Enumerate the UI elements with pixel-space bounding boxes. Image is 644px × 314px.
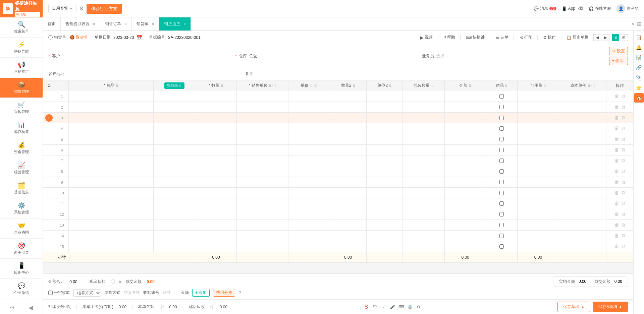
split-help-icon[interactable]: ? [238, 290, 241, 295]
pkg-sort-icon[interactable]: ⇅ [431, 84, 434, 87]
radio-sales-delivery[interactable]: 销货单 [48, 35, 66, 40]
toolbar-help-btn[interactable]: ? 帮助 [441, 34, 457, 41]
cash-discount-info-icon[interactable]: ⓘ [111, 279, 115, 285]
sidebar-item-marketing[interactable]: 📢 营销推广 [0, 58, 43, 78]
ime-icon6[interactable]: ⚙ [415, 303, 422, 311]
unit2-sort-icon[interactable]: ⇅ [389, 84, 391, 87]
row-13-copy-icon[interactable]: ⧉ [622, 222, 625, 228]
save-draft-button[interactable]: 保存草稿 ▲ [557, 302, 590, 312]
ime-icon4[interactable]: ⌨ [397, 303, 405, 311]
salesperson-placeholder[interactable]: 选择... [436, 53, 447, 59]
customer-address-dots[interactable]: ... [66, 72, 70, 76]
tab-sales-order-close-icon[interactable]: × [124, 22, 127, 26]
row-2-copy-icon[interactable]: ⧉ [622, 104, 625, 110]
table-gear-icon[interactable]: ⚙ [47, 83, 51, 88]
sidebar-item-guide[interactable]: 🎯 新手引导 [0, 239, 43, 259]
app-download-button[interactable]: 📱 App下载 [562, 6, 583, 11]
message-button[interactable]: 💬 消息 70 [534, 6, 556, 11]
row-10-delete-icon[interactable]: 🗑 [614, 190, 619, 196]
add-row-button[interactable]: + [45, 114, 53, 122]
row-1-cost[interactable] [559, 91, 606, 102]
settings-button[interactable]: ⚙ 设置 [609, 47, 628, 55]
prev-record-icon[interactable]: ◀ [593, 34, 601, 41]
online-service-button[interactable]: 🎧 在线客服 [589, 6, 611, 11]
tab-close-all-icon[interactable]: × [631, 21, 634, 27]
sidebar-item-enterprise[interactable]: 🤝 企业协同 [0, 218, 43, 239]
row-9-copy-icon[interactable]: ⧉ [622, 179, 625, 185]
row-7-copy-icon[interactable]: ⧉ [622, 158, 625, 164]
right-panel-icon-3[interactable]: 📝 [634, 53, 644, 62]
table-view-btn[interactable]: ≡ [612, 34, 619, 41]
sidebar-item-sales[interactable]: 📦 销售管理 [0, 78, 43, 98]
row-4-delete-icon[interactable]: 🗑 [614, 126, 619, 131]
row-15-copy-icon[interactable]: ⧉ [622, 244, 625, 249]
sidebar-item-inventory[interactable]: 📊 库存核算 [0, 118, 43, 138]
row-8-copy-icon[interactable]: ⧉ [622, 169, 625, 174]
salesperson-dots[interactable]: ... [449, 54, 453, 58]
available-sort-icon[interactable]: ⇅ [543, 84, 546, 87]
row-6-delete-icon[interactable]: 🗑 [614, 147, 619, 153]
tab-home[interactable]: 首页 [43, 17, 61, 30]
toolbar-history-btn[interactable]: 📋 历史单据 [565, 34, 591, 41]
row-6-copy-icon[interactable]: ⧉ [622, 147, 625, 153]
row-8-delete-icon[interactable]: 🗑 [614, 169, 619, 174]
radio-sales-return[interactable]: 退货单 [70, 35, 88, 40]
row-3-delete-icon[interactable]: 🗑 [614, 115, 619, 121]
row-13-delete-icon[interactable]: 🗑 [614, 222, 619, 228]
sidebar-collapse-icon[interactable]: ◀ [29, 304, 33, 311]
row-1-qty2[interactable] [330, 91, 366, 102]
qty-sort-icon[interactable]: ⇅ [221, 84, 223, 87]
row-1-gift[interactable] [486, 91, 517, 102]
row-1-expand[interactable] [43, 91, 55, 102]
unit-info-icon[interactable]: ⓘ [272, 83, 276, 87]
sidebar-item-shortcut[interactable]: ⚡ 快捷导航 [0, 38, 43, 58]
row-14-delete-icon[interactable]: 🗑 [614, 233, 619, 239]
save-new-button[interactable]: 保存&新增 ▲ [593, 302, 628, 312]
row-3-product-input[interactable] [71, 116, 151, 120]
row-1-delete-icon[interactable]: 🗑 [614, 93, 619, 99]
cost-info-icon[interactable]: ⓘ [591, 83, 595, 87]
scan-input-button[interactable]: 扫码录入 [164, 82, 184, 89]
account-dots2[interactable]: ... [174, 291, 177, 295]
add-payment-button[interactable]: + 添加 [192, 289, 210, 297]
product-sort-icon[interactable]: ⇅ [116, 84, 118, 87]
row-11-delete-icon[interactable]: 🗑 [614, 201, 619, 206]
row-1-unit2[interactable] [366, 91, 403, 102]
sidebar-item-wechat[interactable]: 💬 企业微信 [0, 279, 43, 299]
ime-icon1[interactable]: 中 [371, 303, 379, 311]
next-record-icon[interactable]: ▶ [602, 34, 609, 41]
sidebar-item-purchase[interactable]: 🛒 采购管理 [0, 98, 43, 118]
tab-sales-delivery-close-icon[interactable]: × [152, 22, 154, 26]
row-9-delete-icon[interactable]: 🗑 [614, 179, 619, 185]
toolbar-video-btn[interactable]: ▶ 视频 [418, 34, 435, 41]
row-3-copy-icon[interactable]: ⧉ [622, 115, 625, 121]
toolbar-select-btn[interactable]: ☰ 选单 [494, 34, 511, 41]
right-panel-icon-5[interactable]: 📎 [634, 73, 644, 82]
user-profile-button[interactable]: 👤 徐泽华 [616, 4, 639, 13]
calendar-icon[interactable]: 📅 [137, 35, 142, 40]
th-settings[interactable]: ⚙ [43, 80, 55, 91]
tab-expand-icon[interactable]: ⊞ [637, 21, 641, 27]
try-industry-button[interactable]: 体验行业方案 [87, 4, 122, 14]
sidebar-item-operation[interactable]: 📈 经营管理 [0, 158, 43, 178]
add-logistics-button[interactable]: + 物流 [609, 57, 628, 65]
tab-sales-delivery[interactable]: 销货单 × [132, 17, 159, 30]
row-1-price[interactable] [288, 91, 330, 102]
row-1-unit[interactable] [237, 91, 288, 102]
row-12-copy-icon[interactable]: ⧉ [622, 211, 625, 217]
row-1-qty[interactable] [195, 91, 237, 102]
row-15-delete-icon[interactable]: 🗑 [614, 244, 619, 249]
right-panel-icon-1[interactable]: 📋 [634, 33, 644, 42]
header-gear-icon[interactable]: ⚙ [79, 5, 84, 12]
unit-sort-icon[interactable]: ⇅ [269, 84, 271, 87]
warehouse-dots[interactable]: ... [259, 54, 262, 58]
ime-icon2[interactable]: ✓ [380, 303, 387, 311]
daily-goods-button[interactable]: 日用百货 ▼ [48, 4, 76, 13]
ime-icon3[interactable]: 🎤 [389, 303, 396, 311]
row-1-amount[interactable] [444, 91, 486, 102]
cost-sort-icon[interactable]: ⇅ [588, 84, 590, 87]
right-panel-icon-4[interactable]: 🔗 [634, 63, 644, 72]
sidebar-item-basic[interactable]: 🗂️ 基础信息 [0, 178, 43, 198]
sidebar-item-search[interactable]: 🔍 搜索菜单 [0, 17, 43, 38]
qty2-sort-icon[interactable]: ⇅ [353, 84, 355, 87]
